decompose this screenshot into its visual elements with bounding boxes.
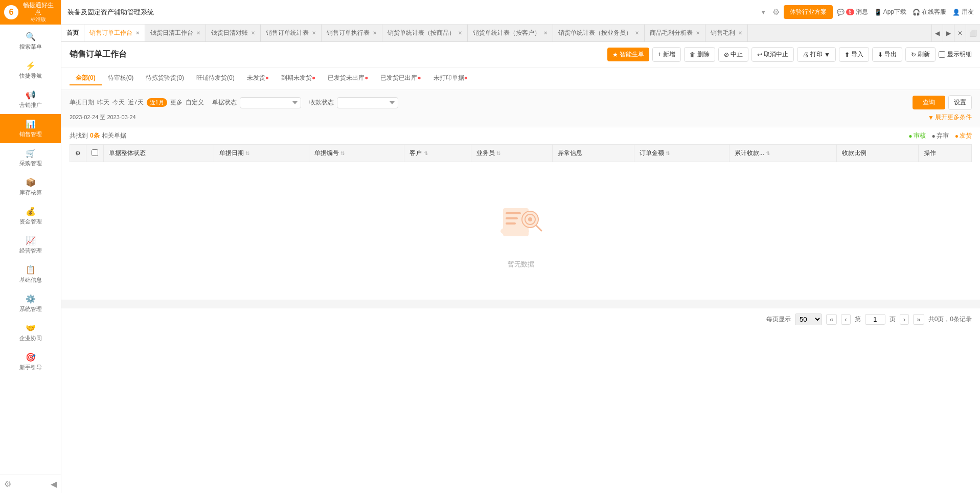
th-number[interactable]: 单据编号 ⇅	[309, 145, 404, 162]
sort-date-icon[interactable]: ⇅	[245, 150, 249, 156]
collapse-icon[interactable]: ◀	[51, 479, 57, 489]
tab-sales-more-close[interactable]: ✕	[738, 30, 742, 36]
tab-sales-more[interactable]: 销售毛利 ✕	[705, 25, 748, 42]
stop-btn[interactable]: ⊘ 中止	[718, 47, 748, 62]
sort-customer-icon[interactable]: ⇅	[424, 150, 428, 156]
app-download-action[interactable]: 📱 App下载	[874, 8, 906, 16]
subtab-pending-review[interactable]: 待审核(0)	[102, 72, 140, 85]
th-amount[interactable]: 订单金额 ⇅	[634, 145, 729, 162]
sort-staff-icon[interactable]: ⇅	[496, 150, 500, 156]
tab-close-all[interactable]: ✕	[954, 25, 966, 42]
subtab-pending-check[interactable]: 待拣货验货(0)	[140, 72, 190, 85]
message-action[interactable]: 💬 6 消息	[837, 8, 868, 16]
sidebar-item-basic[interactable]: 📋 基础信息	[0, 260, 61, 289]
refresh-btn[interactable]: ↻ 刷新	[905, 47, 936, 62]
cancel-stop-btn[interactable]: ↩ 取消中止	[751, 47, 794, 62]
next-page-btn[interactable]: ›	[900, 314, 909, 325]
sidebar-item-finance[interactable]: 💰 资金管理	[0, 201, 61, 231]
industry-btn[interactable]: 体验行业方案	[784, 5, 833, 19]
sort-amount-icon[interactable]: ⇅	[666, 150, 670, 156]
subtab-shipped-not-out[interactable]: 已发货未出库●	[322, 72, 374, 85]
subtab-all[interactable]: 全部(0)	[70, 72, 102, 85]
smart-create-btn[interactable]: ★ 智能生单	[607, 48, 649, 61]
subtab-not-printed[interactable]: 未打印单据●	[427, 72, 474, 85]
tab-nav-next[interactable]: ▶	[943, 25, 954, 42]
ship-action-link[interactable]: ● 发货	[955, 131, 972, 140]
tab-summary-staff-close[interactable]: ✕	[635, 30, 639, 36]
th-customer[interactable]: 客户 ⇅	[404, 145, 471, 162]
show-detail-checkbox-label[interactable]: 显示明细	[939, 50, 972, 59]
tab-sales-summary-product[interactable]: 销货单统计表（按商品） ✕	[382, 25, 468, 42]
prev-page-btn[interactable]: ‹	[841, 314, 850, 325]
dropdown-arrow-icon[interactable]: ▼	[760, 9, 766, 16]
show-detail-checkbox[interactable]	[939, 51, 945, 58]
h-scroll-area[interactable]	[61, 300, 980, 308]
filter-settings-btn[interactable]: 设置	[948, 95, 972, 110]
user-action[interactable]: 👤 用友	[952, 8, 974, 16]
last-page-btn[interactable]: »	[913, 314, 924, 325]
sort-collected-icon[interactable]: ⇅	[766, 150, 770, 156]
subtab-wangpu[interactable]: 旺铺待发货(0)	[190, 72, 241, 85]
query-btn[interactable]: 查询	[913, 96, 945, 109]
th-checkbox[interactable]	[86, 145, 104, 162]
tab-home[interactable]: 首页	[61, 25, 84, 42]
cancel-action-link[interactable]: ● 弃审	[932, 131, 949, 140]
tab-sales-summary-customer[interactable]: 销货单统计表（按客户） ✕	[468, 25, 553, 42]
sidebar-item-search[interactable]: 🔍 搜索菜单	[0, 27, 61, 56]
subtab-overdue[interactable]: 到期未发货●	[275, 72, 322, 85]
online-service-action[interactable]: 🎧 在线客服	[913, 8, 946, 16]
settings-gear-icon[interactable]: ⚙	[772, 7, 780, 17]
settings-icon[interactable]: ⚙	[4, 479, 11, 489]
tab-sales-stats-close[interactable]: ✕	[312, 30, 316, 36]
sidebar-item-quick-nav[interactable]: ⚡ 快捷导航	[0, 56, 61, 85]
sidebar-item-marketing[interactable]: 📢 营销推广	[0, 85, 61, 114]
tab-product-margin[interactable]: 商品毛利分析表 ✕	[645, 25, 705, 42]
th-settings[interactable]: ⚙	[70, 145, 86, 162]
date-1month[interactable]: 近1月	[147, 98, 167, 107]
export-btn[interactable]: ⬇ 导出	[872, 47, 902, 62]
sidebar-item-system[interactable]: ⚙️ 系统管理	[0, 289, 61, 318]
tab-maximize[interactable]: ⬜	[966, 25, 980, 42]
subtab-shipped-out[interactable]: 已发货已出库●	[374, 72, 427, 85]
subtab-not-shipped[interactable]: 未发货●	[241, 72, 275, 85]
expand-btn[interactable]: ▼ 展开更多条件	[928, 113, 972, 122]
tab-sales-stats[interactable]: 销售订单统计表 ✕	[261, 25, 322, 42]
sidebar-item-inventory[interactable]: 📦 库存核算	[0, 172, 61, 201]
tab-sales-exec[interactable]: 销售订单执行表 ✕	[322, 25, 382, 42]
tab-cash-daily[interactable]: 钱货日清工作台 ✕	[145, 25, 206, 42]
tab-summary-product-close[interactable]: ✕	[458, 30, 462, 36]
date-today[interactable]: 今天	[112, 98, 125, 107]
date-yesterday[interactable]: 昨天	[97, 98, 109, 107]
tab-sales-exec-close[interactable]: ✕	[373, 30, 377, 36]
date-more[interactable]: 更多	[170, 98, 183, 107]
tab-cash-daily-close[interactable]: ✕	[196, 30, 200, 36]
import-btn[interactable]: ⬆ 导入	[839, 47, 869, 62]
th-collected[interactable]: 累计收款... ⇅	[729, 145, 836, 162]
date-custom[interactable]: 自定义	[186, 98, 204, 107]
filter-payment-select[interactable]	[337, 97, 398, 108]
page-input[interactable]	[865, 314, 885, 325]
first-page-btn[interactable]: «	[826, 314, 837, 325]
sidebar-item-sales[interactable]: 📊 销售管理	[0, 114, 61, 143]
filter-status-select[interactable]	[240, 97, 301, 108]
tab-sales-workbench-close[interactable]: ✕	[135, 30, 140, 36]
tab-cash-account-close[interactable]: ✕	[251, 30, 255, 36]
tab-nav-prev[interactable]: ◀	[931, 25, 943, 42]
tab-cash-account[interactable]: 钱货日清对账 ✕	[206, 25, 261, 42]
th-staff[interactable]: 业务员 ⇅	[471, 145, 553, 162]
tab-product-margin-close[interactable]: ✕	[696, 30, 700, 36]
sidebar-item-enterprise[interactable]: 🤝 企业协同	[0, 318, 61, 347]
select-all-checkbox[interactable]	[92, 149, 98, 156]
tab-sales-summary-staff[interactable]: 销货单统计表（按业务员） ✕	[553, 25, 645, 42]
tab-sales-workbench[interactable]: 销售订单工作台 ✕	[84, 25, 145, 42]
sidebar-item-operation[interactable]: 📈 经营管理	[0, 231, 61, 260]
print-btn[interactable]: 🖨 打印 ▼	[797, 47, 836, 62]
tab-summary-customer-close[interactable]: ✕	[543, 30, 548, 36]
review-action-link[interactable]: ● 审核	[908, 131, 925, 140]
sidebar-item-guide[interactable]: 🎯 新手引导	[0, 347, 61, 376]
delete-btn[interactable]: 🗑 删除	[684, 47, 715, 62]
date-7days[interactable]: 近7天	[128, 98, 144, 107]
sort-number-icon[interactable]: ⇅	[340, 150, 345, 156]
new-btn[interactable]: + 新增	[652, 47, 681, 62]
th-date[interactable]: 单据日期 ⇅	[214, 145, 309, 162]
